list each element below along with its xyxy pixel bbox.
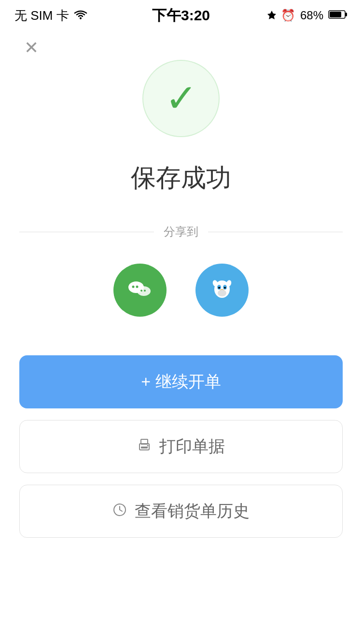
svg-point-22 (147, 445, 149, 446)
sim-status: 无 SIM 卡 (14, 7, 69, 24)
print-button-label: 打印单据 (159, 435, 225, 458)
divider-line-right (208, 232, 343, 232)
share-divider: 分享到 (19, 224, 343, 239)
wifi-icon (74, 8, 87, 23)
qq-share-button[interactable] (195, 264, 249, 317)
battery-percent: 68% (300, 9, 323, 22)
action-buttons: + 继续开单 打印单据 查看销货单历史 (0, 355, 362, 538)
close-icon: ✕ (24, 38, 39, 58)
print-icon (137, 437, 152, 456)
svg-point-6 (132, 286, 135, 288)
history-button-label: 查看销货单历史 (135, 500, 250, 522)
svg-point-14 (224, 287, 226, 289)
svg-point-9 (144, 290, 146, 292)
share-icons (19, 264, 343, 317)
share-label: 分享到 (154, 224, 208, 239)
checkmark-icon: ✓ (165, 79, 197, 118)
status-bar: 无 SIM 卡 下午3:20 ⏰ 68% (0, 0, 362, 31)
close-button[interactable]: ✕ (19, 36, 43, 60)
continue-button-label: + 继续开单 (141, 371, 221, 393)
main-content: ✓ 保存成功 分享到 (0, 31, 362, 538)
alarm-icon: ⏰ (281, 9, 295, 22)
wechat-share-button[interactable] (113, 264, 167, 317)
location-icon (267, 9, 276, 22)
share-section: 分享到 (0, 224, 362, 355)
svg-rect-3 (330, 12, 341, 17)
svg-point-16 (218, 290, 226, 296)
svg-point-5 (137, 286, 151, 296)
svg-rect-2 (345, 13, 347, 16)
svg-point-8 (140, 290, 142, 292)
print-button[interactable]: 打印单据 (19, 420, 343, 473)
status-right: ⏰ 68% (267, 9, 348, 22)
history-icon (112, 502, 127, 521)
svg-point-13 (218, 287, 220, 289)
status-left: 无 SIM 卡 (14, 7, 87, 24)
success-circle: ✓ (142, 60, 220, 137)
svg-rect-21 (141, 447, 148, 448)
status-time: 下午3:20 (152, 6, 210, 26)
history-button[interactable]: 查看销货单历史 (19, 485, 343, 538)
svg-point-0 (80, 17, 82, 19)
success-title: 保存成功 (131, 161, 231, 195)
svg-point-7 (136, 286, 139, 288)
battery-icon (328, 9, 348, 22)
continue-button[interactable]: + 继续开单 (19, 355, 343, 408)
divider-line-left (19, 232, 154, 232)
